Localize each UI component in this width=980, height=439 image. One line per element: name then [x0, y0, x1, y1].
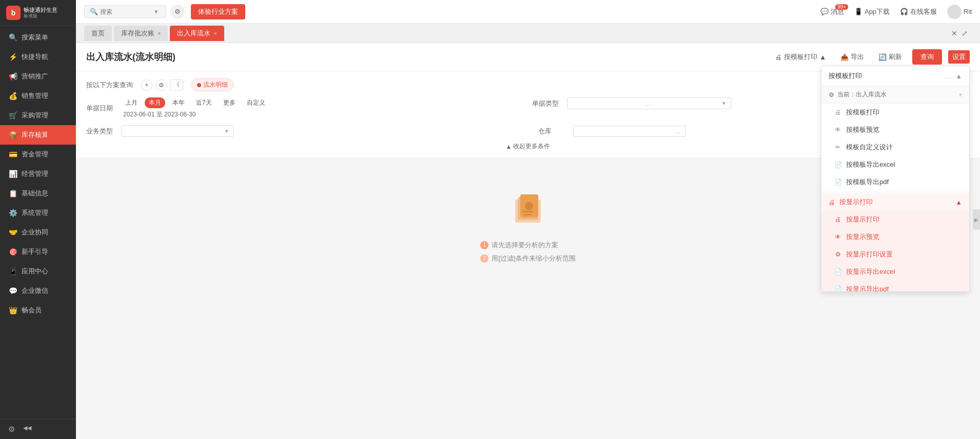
nav-icon-search: 🔍 — [8, 33, 17, 42]
sidebar-settings-icon[interactable]: ⚙ — [8, 425, 15, 434]
dropdown-display-item-display-preview[interactable]: 👁按显示预览 — [821, 228, 969, 246]
sidebar-item-wechat[interactable]: 💬企业微信 — [0, 281, 76, 301]
sidebar-item-app-center[interactable]: 📱应用中心 — [0, 262, 76, 281]
sidebar-item-enterprise[interactable]: 🤝企业协同 — [0, 223, 76, 242]
dropdown-item-template-export-excel[interactable]: 📄按模板导出excel — [821, 156, 969, 173]
sidebar-item-finance[interactable]: 💳资金管理 — [0, 145, 76, 164]
search-input[interactable] — [100, 8, 151, 15]
tab-close-inout-flow[interactable]: × — [213, 30, 217, 36]
right-edge-expand-btn[interactable]: ▶ — [973, 209, 980, 230]
display-item-icon-display-print: 🖨 — [834, 215, 842, 224]
doctype-label: 单据类型 — [532, 99, 563, 108]
app-download-btn[interactable]: 📱 App下载 — [854, 7, 890, 16]
warehouse-more[interactable]: … — [675, 128, 680, 134]
sidebar-item-purchase[interactable]: 🛒采购管理 — [0, 106, 76, 125]
sidebar-item-operations[interactable]: 📊经营管理 — [0, 164, 76, 184]
sidebar-item-inventory[interactable]: 📦库存核算 — [0, 125, 76, 145]
tab-batch-account[interactable]: 库存批次账× — [114, 26, 168, 41]
notification-btn[interactable]: 💬 消息 99+ — [820, 7, 844, 16]
dropdown-item-template-print[interactable]: 🖨按模板打印 — [821, 104, 969, 121]
query-btn[interactable]: 查询 — [912, 49, 942, 65]
nav-icon-sales: 💰 — [8, 91, 17, 101]
sidebar-collapse-icon[interactable]: ◀◀ — [23, 425, 31, 434]
tab-home[interactable]: 首页 — [84, 26, 112, 41]
dropdown-scroll-area: ⚙ 当前：出入库流水 ▾ 🖨按模板打印👁按模板预览✏模板自定义设计📄按模板导出e… — [821, 86, 969, 291]
tab-fullscreen-btn[interactable]: ⤢ — [962, 29, 968, 37]
display-item-icon-display-export-excel: 📄 — [834, 268, 842, 276]
page-header-actions: 🖨 按模板打印 ▲ 📤 导出 🔄 刷新 按模板打印 — [771, 49, 970, 71]
search-box[interactable]: 🔍 ▾ — [84, 5, 166, 18]
display-section-icon: 🖨 — [829, 198, 835, 206]
dropdown-display-item-display-export-pdf[interactable]: 📄按显示导出pdf — [821, 281, 969, 291]
refresh-btn[interactable]: 🔄 刷新 — [874, 50, 906, 64]
dropdown-display-item-display-print[interactable]: 🖨按显示打印 — [821, 211, 969, 228]
hint-num-2: 2 — [480, 254, 488, 263]
sidebar-item-marketing[interactable]: 📢营销推广 — [0, 67, 76, 86]
page-header: 出入库流水(流水明细) 🖨 按模板打印 ▲ 📤 导出 🔄 刷新 — [76, 43, 980, 71]
nav-label-purchase: 采购管理 — [22, 111, 48, 120]
export-btn[interactable]: 📤 导出 — [836, 50, 868, 64]
sidebar-item-search[interactable]: 🔍搜索菜单 — [0, 28, 76, 47]
online-service-btn[interactable]: 🎧 在线客服 — [900, 7, 937, 16]
nav-icon-app-center: 📱 — [8, 267, 17, 276]
print-dropdown-icon[interactable]: ▲ — [819, 53, 826, 61]
industry-solution-btn[interactable]: 体验行业方案 — [191, 4, 245, 19]
sidebar-item-base-info[interactable]: 📋基础信息 — [0, 184, 76, 203]
filter-actions: + ⚙ 《 — [141, 79, 183, 91]
topbar-right: 💬 消息 99+ 📱 App下载 🎧 在线客服 Rit — [820, 5, 972, 19]
tab-inout-flow[interactable]: 出入库流水× — [170, 26, 224, 41]
empty-hints: 1 请先选择要分析的方案 2 用[过滤]条件来缩小分析范围 — [480, 238, 575, 265]
current-template-item[interactable]: ⚙ 当前：出入库流水 ▾ — [821, 86, 969, 104]
print-icon: 🖨 — [775, 53, 782, 61]
dropdown-collapse-icon[interactable]: ▲ — [955, 72, 962, 80]
doctype-more[interactable]: … — [645, 101, 651, 107]
topbar-settings-btn[interactable]: ⚙ — [170, 5, 185, 19]
warehouse-select[interactable]: … — [573, 126, 686, 137]
nav-icon-operations: 📊 — [8, 169, 17, 178]
empty-icon — [507, 189, 548, 230]
template-print-btn[interactable]: 🖨 按模板打印 ▲ — [771, 50, 830, 64]
sidebar-bottom: ⚙ ◀◀ — [0, 419, 76, 439]
collapse-more-btn[interactable]: ▲ 收起更多条件 — [506, 142, 551, 151]
dropdown-display-item-display-print-settings[interactable]: ⚙按显示打印设置 — [821, 246, 969, 263]
sidebar-item-system[interactable]: ⚙️系统管理 — [0, 203, 76, 223]
display-print-section-header[interactable]: 🖨 按显示打印 ▲ — [821, 193, 969, 211]
filter-collapse-btn[interactable]: 《 — [170, 79, 183, 91]
sidebar-item-guide[interactable]: 🎯新手引导 — [0, 242, 76, 262]
dropdown-item-template-export-pdf[interactable]: 📄按模板导出pdf — [821, 173, 969, 191]
date-tab-more[interactable]: 更多 — [219, 97, 240, 108]
tab-close-batch-account[interactable]: × — [158, 30, 161, 36]
sidebar-item-sales[interactable]: 💰销售管理 — [0, 86, 76, 106]
dropdown-item-template-custom[interactable]: ✏模板自定义设计 — [821, 138, 969, 156]
dropdown-display-section: 🖨按显示打印👁按显示预览⚙按显示打印设置📄按显示导出excel📄按显示导出pdf — [821, 211, 969, 291]
sidebar-item-quick-nav[interactable]: ⚡快捷导航 — [0, 47, 76, 67]
search-dropdown-icon[interactable]: ▾ — [154, 8, 158, 15]
settings-btn[interactable]: 设置 — [948, 50, 970, 64]
date-tab-last-month[interactable]: 上月 — [121, 97, 142, 108]
doctype-select[interactable]: … ▾ — [567, 97, 731, 109]
date-tab-last-7[interactable]: 近7天 — [192, 97, 216, 108]
date-tab-this-month[interactable]: 本月 — [145, 97, 165, 108]
filter-add-btn[interactable]: + — [141, 79, 152, 91]
doctype-arrow[interactable]: ▾ — [722, 100, 726, 107]
tab-close-all-btn[interactable]: ✕ — [951, 29, 957, 37]
nav-label-inventory: 库存核算 — [22, 130, 48, 139]
sidebar-item-vip[interactable]: 👑畅会员 — [0, 301, 76, 320]
sidebar: b 畅捷通好生意 标准版 🔍搜索菜单⚡快捷导航📢营销推广💰销售管理🛒采购管理📦库… — [0, 0, 76, 439]
dropdown-more-icon[interactable]: … — [945, 72, 951, 80]
dropdown-display-item-display-export-excel[interactable]: 📄按显示导出excel — [821, 263, 969, 281]
user-avatar-area[interactable]: Rit — [947, 5, 972, 19]
dropdown-title: 按模板打印 — [829, 71, 862, 81]
biztype-arrow[interactable]: ▾ — [225, 128, 228, 134]
svg-point-3 — [525, 202, 533, 210]
tabs-bar: 首页库存批次账×出入库流水× ✕ ⤢ — [76, 24, 980, 43]
date-tab-this-year[interactable]: 本年 — [168, 97, 189, 108]
active-filter-tag[interactable]: 流水明细 — [191, 78, 233, 91]
date-tabs: 上月本月本年近7天更多自定义 — [121, 97, 269, 108]
dropdown-item-template-preview[interactable]: 👁按模板预览 — [821, 121, 969, 138]
biztype-select[interactable]: ▾ — [121, 125, 234, 137]
date-tab-custom[interactable]: 自定义 — [243, 97, 269, 108]
nav-icon-vip: 👑 — [8, 306, 17, 315]
filter-settings-btn[interactable]: ⚙ — [155, 79, 167, 91]
nav-label-finance: 资金管理 — [22, 150, 48, 159]
